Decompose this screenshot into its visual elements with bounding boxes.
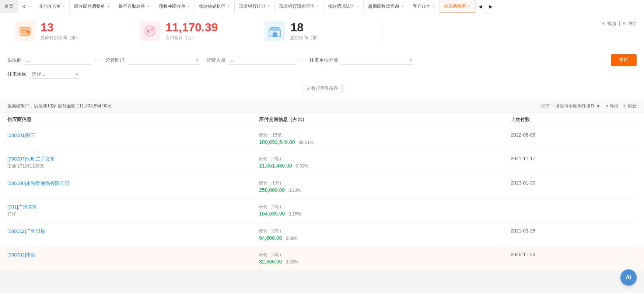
supplier-link[interactable]: [000012]广州贝瑞 [7,228,45,234]
summary-card-suppliers-payable: ¥ 13 总应付供应商（家） [7,18,132,44]
chevron-right-icon: ▶ [489,4,493,9]
svg-rect-9 [270,27,279,30]
nav-prev-arrow[interactable]: ◀ [475,0,486,13]
close-icon[interactable]: × [27,4,29,8]
nav-next-arrow[interactable]: ▶ [486,0,496,13]
supplier-info-cell: [000012]广州贝瑞 [7,228,259,235]
summary-card-total-suppliers: 18 总供应商（家） [257,18,382,44]
supplier-sub: 王通 17106110000 [7,163,259,169]
close-icon[interactable]: × [268,4,270,8]
table-row: [000100]本特勤油品有限公司 应付（1笔） 258,000.00 0.23… [7,175,637,199]
nav-tab-overdue-ar[interactable]: 超期应收款查询 × [364,0,408,13]
balance-filter-select[interactable]: 选择... [29,70,80,79]
nav-tab-3[interactable]: 3 × [18,0,34,13]
supplier-link[interactable]: [000100]本特勤油品有限公司 [7,180,69,186]
filter-category: 往来单位分类 ▼ [309,56,414,65]
tx-label: 应付（1笔） [259,180,511,186]
tx-amount[interactable]: 100,092,540.00 [259,139,295,145]
dept-filter-select[interactable] [127,56,200,65]
tx-pct: 9.89% [296,163,308,169]
result-info: 搜索结果中，供应商13家 应付金额 111,703,854.00元 [7,103,112,109]
supplier-filter-input[interactable] [24,56,92,65]
nav-tab-cash-bank-stat[interactable]: 现金银行统计 × [235,0,275,13]
tx-pct: 89.61% [299,140,314,145]
top-navigation: 首页 3 × 其他收入单 × 应收应付调整单 × 银行存取款单 × 预收冲应收单… [0,0,644,13]
close-icon[interactable]: × [188,4,190,8]
summary-bar: ¥ 13 总应付供应商（家） ¥ 11,170.39 应付合计（万） [0,13,644,49]
last-pay-cell: 2023-01-30 [511,180,637,186]
close-icon[interactable]: × [147,4,150,8]
supplier-filter-label: 供应商 [7,57,22,63]
supplier-link[interactable]: [000002]李四 [7,252,36,258]
close-icon[interactable]: × [228,4,230,8]
close-icon[interactable]: × [433,4,435,8]
summary-label-total: 应付合计（万） [165,35,218,41]
nav-tab-receipt-verify[interactable]: 收款核销执行 × [195,0,235,13]
nav-tab-label: 收款核销执行 [199,3,225,10]
close-icon[interactable]: × [468,4,470,8]
tx-amount[interactable]: 164,635.90 [259,211,285,217]
nav-tab-label: 银行存取款单 [119,3,145,10]
category-select-wrap: ▼ [340,56,414,65]
supplier-info-cell: [000100]本特勤油品有限公司 [7,180,259,187]
nav-tab-cash-bank-flow[interactable]: 现金银行流水查询 × [275,0,324,13]
chevron-up-icon: ∧ [307,86,310,91]
refresh-icon: ↻ [623,104,627,109]
collapse-button[interactable]: ∧ 收起更多条件 [302,84,343,93]
video-link[interactable]: ⊙ 视频 [602,21,616,27]
nav-tab-ar-ap-adjust[interactable]: 应收应付调整单 × [70,0,114,13]
balance-filter-label: 往来余额 [7,71,27,77]
nav-tab-label: 收款情况统计 [328,3,354,10]
sort-value[interactable]: 按应付余额倒序排序 ▼ [555,103,601,109]
close-icon[interactable]: × [401,4,403,8]
query-button[interactable]: 查询 [611,54,637,66]
svg-rect-11 [271,31,273,33]
tx-pct: 0.08% [286,236,298,241]
table-row: [001]广州荣轩 仔仔 应付（4笔） 164,635.90 0.15% [7,199,637,223]
tx-label: 应付（2笔） [259,228,511,234]
nav-tab-bank-deposit[interactable]: 银行存取款单 × [114,0,154,13]
close-icon[interactable]: × [63,4,65,8]
supplier-info-cell: [000002]李四 [7,252,259,258]
table-row-highlighted: [000002]李四 应付（5笔） 32,366.00 0.03% 2020-1… [0,247,644,270]
summary-number-suppliers: 18 [290,21,321,34]
supplier-link[interactable]: [001]广州荣轩 [7,204,37,210]
tx-amount[interactable]: 94,600.00 [259,235,282,241]
total-suppliers-icon [265,21,285,41]
person-filter-input[interactable] [228,56,295,65]
filter-person: 分管人员 ··· [206,56,303,65]
supplier-dots-icon[interactable]: ··· [95,57,99,63]
nav-tab-other-income[interactable]: 其他收入单 × [34,0,70,13]
close-icon[interactable]: × [317,4,319,8]
nav-tab-label: 现金银行统计 [239,3,266,10]
nav-tab-customer-ledger[interactable]: 客户账本 × [408,0,440,13]
supplier-link[interactable]: [000007]恒旺二手叉车 [7,156,55,162]
summary-number-payable: 13 [41,21,80,34]
help-link[interactable]: ⊙ 帮助 [623,21,637,27]
nav-tab-prepay[interactable]: 预收冲应收单 × [154,0,195,13]
nav-tab-label: 现金银行流水查询 [279,3,315,10]
tx-amount[interactable]: 11,051,486.00 [259,163,292,169]
nav-tab-home[interactable]: 首页 [0,0,18,13]
nav-tab-receipt-stat[interactable]: 收款情况统计 × [323,0,364,13]
person-filter-label: 分管人员 [206,57,225,63]
svg-rect-12 [277,31,279,33]
supplier-link[interactable]: [000001]张三 [7,132,36,138]
close-icon[interactable]: × [107,4,109,8]
balance-select-wrap: 选择... ▼ [29,70,80,79]
category-filter-select[interactable] [340,56,414,65]
close-icon[interactable]: × [357,4,359,8]
export-button[interactable]: ↗ 导出 [605,103,619,109]
filter-area: 供应商 ··· 分管部门 ▼ 分管人员 ··· 往来单位分类 [0,49,644,100]
tx-amount[interactable]: 32,366.00 [259,259,282,265]
summary-spacer [382,18,602,44]
person-dots-icon[interactable]: ··· [298,57,303,63]
summary-label-payable: 总应付供应商（家） [41,35,80,41]
tx-pct: 0.23% [288,188,301,193]
nav-tab-supplier-ledger[interactable]: 供应商账本 × [440,0,475,13]
tx-amount[interactable]: 258,000.00 [259,187,285,193]
tx-amount-row: 11,051,486.00 9.89% [259,162,511,169]
help-icon: ⊙ [623,21,627,26]
data-table-container: 供应商信息 应付交易信息（占比） 上次付数 [000001]张三 应付（15笔）… [0,113,644,270]
refresh-button[interactable]: ↻ 刷新 [623,103,637,109]
